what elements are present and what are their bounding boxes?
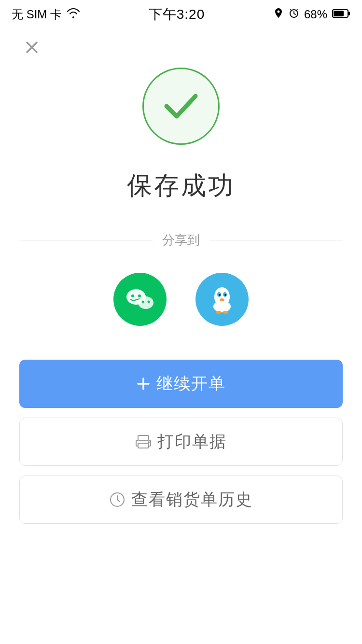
svg-point-21 [148, 441, 150, 443]
svg-point-8 [142, 301, 144, 303]
success-title: 保存成功 [127, 169, 235, 203]
history-label: 查看销货单历史 [131, 489, 253, 511]
close-button[interactable] [19, 35, 44, 60]
clock-icon [109, 491, 125, 508]
svg-point-18 [223, 311, 228, 314]
svg-point-6 [138, 294, 141, 297]
action-buttons: 继续开单 打印单据 查看销货单历史 [0, 360, 362, 524]
history-button[interactable]: 查看销货单历史 [19, 476, 343, 524]
svg-rect-2 [348, 12, 350, 15]
divider-line-left [19, 240, 153, 240]
qq-share-button[interactable] [195, 273, 249, 326]
main-content: 保存成功 分享到 [0, 29, 362, 524]
success-icon-circle [142, 68, 220, 145]
svg-point-16 [213, 301, 231, 312]
divider-line-right [209, 240, 343, 240]
carrier-text: 无 SIM 卡 [12, 7, 62, 22]
svg-rect-20 [138, 443, 149, 448]
plus-icon [136, 377, 151, 391]
location-icon [273, 8, 284, 21]
print-button[interactable]: 打印单据 [19, 418, 343, 466]
share-section: 分享到 [0, 232, 362, 326]
printer-icon [135, 434, 152, 450]
time-display: 下午3:20 [149, 5, 205, 24]
svg-point-7 [138, 296, 153, 309]
svg-point-9 [148, 301, 150, 303]
battery-icon [332, 8, 350, 21]
alarm-icon [289, 8, 299, 21]
continue-button[interactable]: 继续开单 [19, 360, 343, 408]
qq-logo-icon [205, 282, 239, 316]
wechat-logo-icon [124, 285, 156, 313]
share-icons-container [19, 273, 343, 326]
battery-percentage: 68% [304, 8, 327, 21]
status-right: 68% [273, 8, 350, 21]
svg-point-5 [131, 294, 134, 297]
checkmark-icon [159, 84, 203, 128]
svg-rect-3 [334, 11, 344, 16]
wifi-icon [67, 8, 80, 21]
share-label: 分享到 [162, 232, 200, 249]
svg-rect-19 [138, 435, 149, 440]
status-left: 无 SIM 卡 [12, 7, 80, 22]
share-divider: 分享到 [19, 232, 343, 249]
svg-point-17 [216, 311, 222, 314]
svg-point-13 [219, 294, 221, 296]
wechat-share-button[interactable] [113, 273, 167, 326]
svg-point-14 [224, 294, 226, 296]
continue-label: 继续开单 [156, 373, 226, 395]
print-label: 打印单据 [157, 431, 227, 453]
status-bar: 无 SIM 卡 下午3:20 68% [0, 0, 362, 29]
